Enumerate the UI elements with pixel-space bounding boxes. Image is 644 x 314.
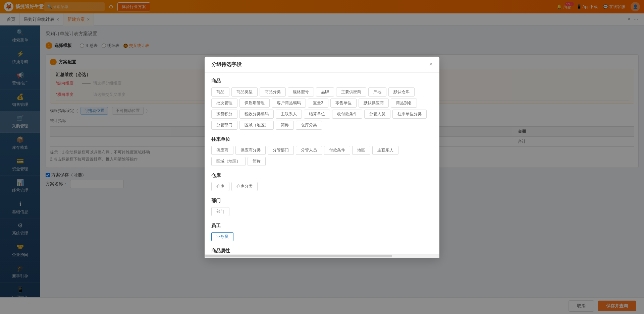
field-tag-warehouse-category[interactable]: 仓库分类 xyxy=(296,121,322,130)
field-tag-default-supplier[interactable]: 默认供应商 xyxy=(359,99,389,108)
field-tag-salesperson[interactable]: 业务员 xyxy=(211,232,233,241)
field-tag-expiry-mgmt[interactable]: 保质期管理 xyxy=(239,99,270,108)
field-tag-warehouse-cat[interactable]: 仓库分类 xyxy=(231,182,258,191)
field-tag-supervisor-cp[interactable]: 分管人员 xyxy=(296,146,322,155)
field-tag-product-type[interactable]: 商品类型 xyxy=(231,87,258,97)
section-warehouse-title: 仓库 xyxy=(211,173,433,179)
field-tag-short-name[interactable]: 简称 xyxy=(276,121,294,130)
modal-scrollbar-thumb[interactable] xyxy=(205,255,392,257)
field-tag-batch-mgmt[interactable]: 批次管理 xyxy=(211,99,237,108)
section-dept-title: 部门 xyxy=(211,198,433,204)
section-product-title: 商品 xyxy=(211,78,433,84)
field-tag-counterpart-category[interactable]: 往来单位分类 xyxy=(392,110,427,119)
modal-header: 分组待选字段 × xyxy=(205,57,439,73)
modal-dialog: 分组待选字段 × 商品 商品 商品类型 商品分类 规格型号 品牌 主要供应商 产… xyxy=(205,57,439,258)
section-dept-tags: 部门 xyxy=(211,207,433,216)
field-tag-region-cp[interactable]: 区域（地区） xyxy=(211,157,246,166)
field-tag-main-contact[interactable]: 主联系人 xyxy=(276,110,302,119)
section-employee-title: 员工 xyxy=(211,223,433,229)
section-product-attr-title: 商品属性 xyxy=(211,248,433,254)
modal-body: 商品 商品 商品类型 商品分类 规格型号 品牌 主要供应商 产地 默认仓库 批次… xyxy=(205,73,439,254)
field-tag-area-cp[interactable]: 地区 xyxy=(352,146,370,155)
field-tag-main-supplier[interactable]: 主要供应商 xyxy=(336,87,366,97)
field-tag-weight[interactable]: 重量3 xyxy=(308,99,328,108)
field-tag-payment-terms[interactable]: 收付款条件 xyxy=(332,110,362,119)
field-tag-retail-unit[interactable]: 零售单位 xyxy=(330,99,357,108)
field-tag-pick-points[interactable]: 拣货积分 xyxy=(211,110,237,119)
field-tag-supervisor[interactable]: 分管人员 xyxy=(364,110,390,119)
field-tag-spec-model[interactable]: 规格型号 xyxy=(288,87,314,97)
section-employee: 员工 业务员 xyxy=(211,223,433,241)
section-product-tags: 商品 商品类型 商品分类 规格型号 品牌 主要供应商 产地 默认仓库 批次管理 … xyxy=(211,87,433,130)
field-tag-dept-mgmt[interactable]: 分管部门 xyxy=(211,121,237,130)
section-counterpart: 往来单位 供应商 供应商分类 分管部门 分管人员 付款条件 地区 主联系人 区域… xyxy=(211,136,433,166)
field-tag-origin[interactable]: 产地 xyxy=(368,87,386,97)
modal-close-button[interactable]: × xyxy=(429,61,433,67)
field-tag-default-warehouse[interactable]: 默认仓库 xyxy=(388,87,415,97)
field-tag-shortname-cp[interactable]: 简称 xyxy=(248,157,266,166)
field-tag-brand[interactable]: 品牌 xyxy=(316,87,334,97)
field-tag-settlement-unit[interactable]: 结算单位 xyxy=(304,110,330,119)
section-warehouse: 仓库 仓库 仓库分类 xyxy=(211,173,433,191)
section-warehouse-tags: 仓库 仓库分类 xyxy=(211,182,433,191)
field-tag-customer-code[interactable]: 客户商品编码 xyxy=(272,99,306,108)
field-tag-product-category[interactable]: 商品分类 xyxy=(260,87,286,97)
field-tag-warehouse[interactable]: 仓库 xyxy=(211,182,229,191)
section-counterpart-title: 往来单位 xyxy=(211,136,433,142)
section-counterpart-tags: 供应商 供应商分类 分管部门 分管人员 付款条件 地区 主联系人 区域（地区） … xyxy=(211,146,433,166)
field-tag-supplier[interactable]: 供应商 xyxy=(211,146,233,155)
field-tag-product[interactable]: 商品 xyxy=(211,87,229,97)
section-dept: 部门 部门 xyxy=(211,198,433,216)
field-tag-product-alias[interactable]: 商品别名 xyxy=(391,99,417,108)
field-tag-dept[interactable]: 部门 xyxy=(211,207,229,216)
section-product: 商品 商品 商品类型 商品分类 规格型号 品牌 主要供应商 产地 默认仓库 批次… xyxy=(211,78,433,130)
modal-horizontal-scrollbar[interactable] xyxy=(205,254,439,257)
section-product-attr: 商品属性 属性 颜色 多规格 尺码 鞋码 1 xyxy=(211,248,433,254)
field-tag-dept-cp[interactable]: 分管部门 xyxy=(268,146,294,155)
section-employee-tags: 业务员 xyxy=(211,232,433,241)
field-tag-main-contact-cp[interactable]: 主联系人 xyxy=(372,146,398,155)
field-tag-region[interactable]: 区域（地区） xyxy=(239,121,274,130)
modal-overlay: 分组待选字段 × 商品 商品 商品类型 商品分类 规格型号 品牌 主要供应商 产… xyxy=(0,0,644,314)
field-tag-payment-cond-cp[interactable]: 付款条件 xyxy=(324,146,350,155)
field-tag-supplier-category[interactable]: 供应商分类 xyxy=(235,146,266,155)
field-tag-tax-code[interactable]: 税收分类编码 xyxy=(239,110,274,119)
modal-title: 分组待选字段 xyxy=(211,61,241,68)
